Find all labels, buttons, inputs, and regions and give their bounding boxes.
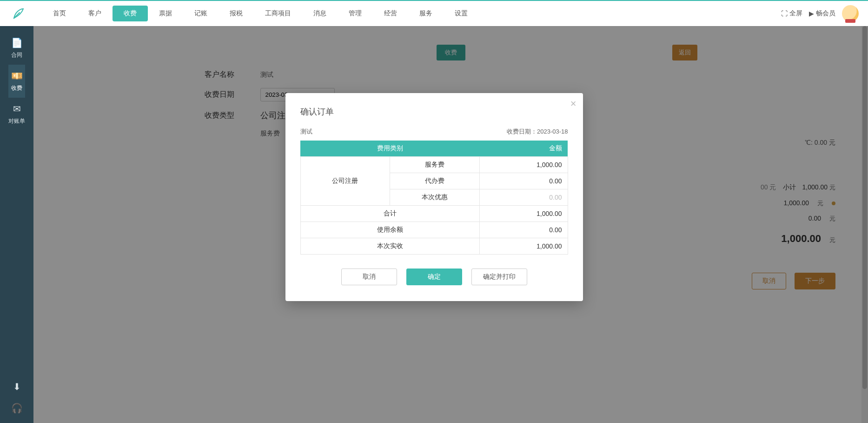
play-icon: ▶ — [809, 10, 814, 17]
fee-label-0: 服务费 — [390, 157, 480, 173]
modal-date-value: 2023-03-18 — [537, 128, 568, 135]
summary-amount-1: 0.00 — [480, 222, 568, 238]
modal-date-label: 收费日期： — [507, 128, 537, 135]
fee-label-1: 代办费 — [390, 173, 480, 189]
fee-amount-2: 0.00 — [480, 189, 568, 206]
fullscreen-icon: ⛶ — [781, 10, 788, 17]
sidebar-icon-2: ✉ — [13, 103, 21, 114]
nav-item-10[interactable]: 服务 — [408, 6, 444, 21]
sidebar-label-0: 合同 — [11, 51, 22, 59]
nav-item-3[interactable]: 票据 — [148, 6, 183, 21]
group-cell: 公司注册 — [300, 157, 390, 206]
confirm-order-modal: × 确认订单 测试 收费日期：2023-03-18 费用类别 金额 公司注册服务… — [285, 93, 583, 301]
modal-ok-print-button[interactable]: 确定并打印 — [471, 269, 527, 285]
close-icon[interactable]: × — [570, 98, 576, 110]
sidebar: 📄合同💴收费✉对账单 ⬇ 🎧 — [0, 26, 33, 423]
modal-ok-button[interactable]: 确定 — [406, 269, 462, 285]
member-label: 畅会员 — [816, 9, 835, 18]
modal-cancel-button[interactable]: 取消 — [341, 269, 397, 285]
nav-item-7[interactable]: 消息 — [302, 6, 338, 21]
nav-item-9[interactable]: 经营 — [373, 6, 408, 21]
app-logo — [9, 4, 28, 23]
nav-item-0[interactable]: 首页 — [42, 6, 77, 21]
modal-customer: 测试 — [300, 128, 312, 136]
fee-amount-0: 1,000.00 — [480, 157, 568, 173]
order-table: 费用类别 金额 公司注册服务费1,000.00代办费0.00本次优惠0.00合计… — [300, 141, 568, 255]
nav-item-11[interactable]: 设置 — [444, 6, 479, 21]
sidebar-label-2: 对账单 — [8, 117, 25, 125]
summary-amount-2: 1,000.00 — [480, 238, 568, 255]
fee-amount-1: 0.00 — [480, 173, 568, 189]
modal-title: 确认订单 — [300, 106, 568, 117]
fullscreen-label: 全屏 — [789, 9, 802, 18]
nav-item-4[interactable]: 记账 — [183, 6, 219, 21]
top-nav: 首页客户收费票据记账报税工商项目消息管理经营服务设置 ⛶ 全屏 ▶ 畅会员 — [0, 0, 868, 26]
th-category: 费用类别 — [300, 141, 480, 157]
sidebar-item-1[interactable]: 💴收费 — [8, 65, 25, 98]
member-button[interactable]: ▶ 畅会员 — [809, 9, 835, 18]
nav-item-6[interactable]: 工商项目 — [254, 6, 302, 21]
nav-item-1[interactable]: 客户 — [77, 6, 113, 21]
summary-amount-0: 1,000.00 — [480, 206, 568, 222]
summary-label-1: 使用余额 — [300, 222, 480, 238]
sidebar-icon-0: 📄 — [11, 37, 23, 48]
fullscreen-button[interactable]: ⛶ 全屏 — [781, 9, 802, 18]
sidebar-item-2[interactable]: ✉对账单 — [8, 98, 25, 131]
sidebar-label-1: 收费 — [11, 84, 22, 92]
download-icon[interactable]: ⬇ — [13, 381, 21, 392]
nav-item-2[interactable]: 收费 — [113, 6, 148, 21]
summary-label-0: 合计 — [300, 206, 480, 222]
support-icon[interactable]: 🎧 — [11, 403, 23, 414]
sidebar-icon-1: 💴 — [11, 70, 23, 81]
th-amount: 金额 — [480, 141, 568, 157]
fee-label-2: 本次优惠 — [390, 189, 480, 206]
sidebar-item-0[interactable]: 📄合同 — [8, 32, 25, 65]
nav-item-8[interactable]: 管理 — [338, 6, 373, 21]
nav-item-5[interactable]: 报税 — [219, 6, 254, 21]
summary-label-2: 本次实收 — [300, 238, 480, 255]
avatar[interactable] — [842, 5, 859, 22]
